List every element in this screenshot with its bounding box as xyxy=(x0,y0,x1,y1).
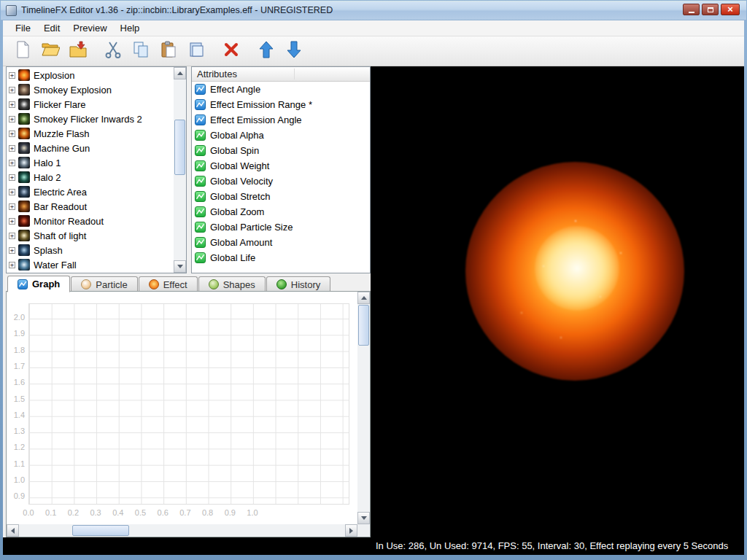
library-item[interactable]: +Machine Gun xyxy=(7,141,174,155)
library-item[interactable]: +Water Fall xyxy=(7,257,174,272)
open-library-button[interactable] xyxy=(38,39,63,63)
library-item[interactable]: +Electric Area xyxy=(7,184,174,199)
library-item[interactable]: +Bar Readout xyxy=(7,199,174,214)
tab-label: Particle xyxy=(96,279,127,290)
attribute-item[interactable]: Global Velocity xyxy=(192,174,370,189)
expand-plus-icon[interactable]: + xyxy=(9,262,15,268)
library-scrollbar[interactable] xyxy=(174,67,186,273)
new-effect-button[interactable] xyxy=(10,39,35,63)
attribute-label: Global Life xyxy=(210,252,255,263)
menu-edit[interactable]: Edit xyxy=(37,20,66,36)
graph-vertical-scrollbar[interactable] xyxy=(357,292,370,524)
green-graph-icon xyxy=(195,237,206,248)
app-icon xyxy=(6,5,17,16)
tab-particle[interactable]: Particle xyxy=(71,276,137,292)
library-item[interactable]: +Monitor Readout xyxy=(7,214,174,228)
attribute-item[interactable]: Global Particle Size xyxy=(192,219,370,235)
tab-history[interactable]: History xyxy=(266,276,330,292)
attribute-item[interactable]: Global Weight xyxy=(192,158,370,174)
graph-scroll-up-button[interactable] xyxy=(357,292,370,304)
graph-content: 2.01.91.81.71.61.51.41.31.21.11.00.9 0.0… xyxy=(6,291,371,537)
attribute-item[interactable]: Global Amount xyxy=(192,235,370,250)
attribute-item[interactable]: Global Zoom xyxy=(192,204,370,219)
expand-plus-icon[interactable]: + xyxy=(9,247,15,254)
library-item-label: Explosion xyxy=(34,70,74,81)
green-graph-icon xyxy=(195,222,206,233)
graph-hscrollbar-thumb[interactable] xyxy=(72,525,129,536)
attribute-item[interactable]: Effect Emission Angle xyxy=(192,112,370,128)
effect-thumbnail-icon xyxy=(18,201,30,212)
expand-plus-icon[interactable]: + xyxy=(9,160,15,166)
preview-viewport[interactable] xyxy=(371,66,744,537)
graph-scroll-left-button[interactable] xyxy=(7,524,19,537)
tab-graph[interactable]: Graph xyxy=(7,276,70,292)
scroll-down-button[interactable] xyxy=(174,260,186,273)
library-item[interactable]: +Shaft of light xyxy=(7,228,174,243)
import-library-button[interactable] xyxy=(66,39,90,63)
library-item-label: Muzzle Flash xyxy=(34,128,90,139)
green-graph-icon xyxy=(195,252,206,263)
tab-label: History xyxy=(291,279,320,290)
paste-button[interactable] xyxy=(156,39,181,63)
expand-plus-icon[interactable]: + xyxy=(9,174,15,181)
graph-panel: GraphParticleEffectShapesHistory 2.01.91… xyxy=(6,275,371,537)
attribute-label: Effect Emission Range * xyxy=(210,99,312,110)
graph-plot-area[interactable] xyxy=(28,303,349,505)
shapes-tab-icon xyxy=(209,279,219,289)
particle-tab-icon xyxy=(81,279,91,289)
title-bar[interactable]: TimelineFX Editor v1.36 - zip::incbin::L… xyxy=(1,1,746,20)
expand-plus-icon[interactable]: + xyxy=(9,72,15,79)
library-item-label: Electric Area xyxy=(34,187,87,198)
move-down-button[interactable] xyxy=(282,39,306,63)
library-item[interactable]: +Halo 2 xyxy=(7,170,174,184)
attribute-label: Global Velocity xyxy=(210,176,273,187)
attribute-item[interactable]: Global Spin xyxy=(192,143,370,158)
minimize-button[interactable] xyxy=(683,4,700,15)
expand-plus-icon[interactable]: + xyxy=(9,233,15,239)
maximize-button[interactable] xyxy=(702,4,719,15)
close-button[interactable]: × xyxy=(721,4,740,15)
expand-plus-icon[interactable]: + xyxy=(9,87,15,93)
library-item[interactable]: +Smokey Explosion xyxy=(7,82,174,97)
attribute-item[interactable]: Global Stretch xyxy=(192,189,370,204)
menu-help[interactable]: Help xyxy=(114,20,147,36)
attribute-item[interactable]: Effect Emission Range * xyxy=(192,97,370,112)
library-item[interactable]: +Halo 1 xyxy=(7,155,174,170)
attribute-item[interactable]: Global Alpha xyxy=(192,128,370,143)
delete-button[interactable] xyxy=(219,39,244,63)
library-item[interactable]: +Splash xyxy=(7,243,174,257)
duplicate-button[interactable] xyxy=(184,39,209,63)
cut-button[interactable] xyxy=(101,39,125,63)
expand-plus-icon[interactable]: + xyxy=(9,218,15,225)
library-scrollbar-thumb[interactable] xyxy=(174,120,185,175)
library-item[interactable]: +Muzzle Flash xyxy=(7,126,174,141)
tab-effect[interactable]: Effect xyxy=(139,276,198,292)
x-tick-label: 0.9 xyxy=(222,508,238,517)
graph-vscrollbar-thumb[interactable] xyxy=(358,305,369,346)
expand-plus-icon[interactable]: + xyxy=(9,116,15,122)
copy-button[interactable] xyxy=(128,39,153,63)
menu-file[interactable]: File xyxy=(9,20,37,36)
triangle-up-icon xyxy=(361,296,367,300)
scroll-up-button[interactable] xyxy=(174,67,186,79)
triangle-right-icon xyxy=(349,528,353,534)
graph-horizontal-scrollbar[interactable] xyxy=(7,524,357,537)
effect-thumbnail-icon xyxy=(18,113,30,125)
attributes-header-label: Attributes xyxy=(197,69,237,79)
expand-plus-icon[interactable]: + xyxy=(9,203,15,210)
library-item[interactable]: +Flicker Flare xyxy=(7,97,174,112)
graph-scroll-down-button[interactable] xyxy=(357,512,370,524)
attribute-item[interactable]: Global Life xyxy=(192,250,370,265)
menu-preview[interactable]: Preview xyxy=(66,20,113,36)
library-item[interactable]: +Explosion xyxy=(7,68,174,82)
expand-plus-icon[interactable]: + xyxy=(9,101,15,108)
library-item[interactable]: +Smokey Flicker Inwards 2 xyxy=(7,112,174,126)
tab-shapes[interactable]: Shapes xyxy=(198,276,266,292)
expand-plus-icon[interactable]: + xyxy=(9,131,15,137)
expand-plus-icon[interactable]: + xyxy=(9,145,15,152)
attributes-header[interactable]: Attributes xyxy=(192,67,370,82)
graph-scroll-right-button[interactable] xyxy=(345,524,357,537)
move-up-button[interactable] xyxy=(254,39,279,63)
expand-plus-icon[interactable]: + xyxy=(9,189,15,195)
attribute-item[interactable]: Effect Angle xyxy=(192,82,370,97)
